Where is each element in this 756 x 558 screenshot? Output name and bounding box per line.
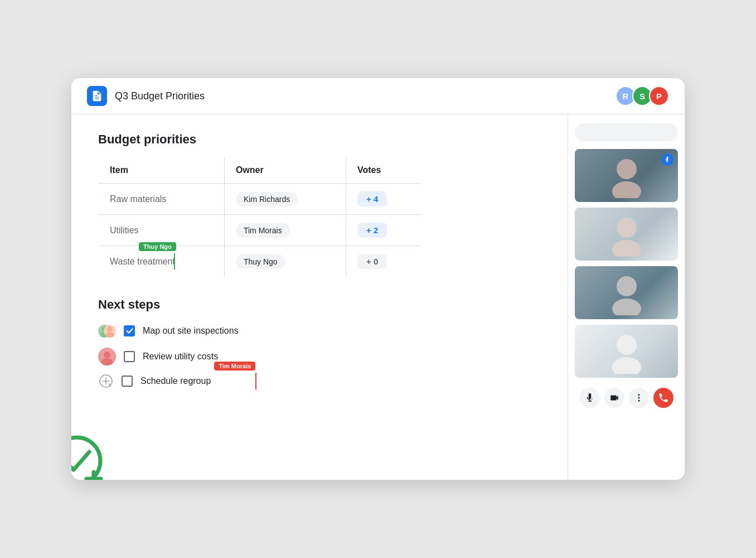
cursor-tooltip-thuy: Thuy Ngo — [139, 242, 176, 251]
check-plus-icon — [71, 427, 110, 480]
task-item-1: Map out site inspections — [98, 322, 541, 340]
video-thumb-3 — [575, 266, 678, 319]
main-content: Budget priorities Item Owner Votes Raw m… — [71, 114, 685, 480]
task-avatar-multi — [98, 322, 116, 340]
owner-waste: Thuy Ngo — [224, 246, 346, 277]
face-4-placeholder — [575, 325, 678, 378]
mic-svg-icon — [664, 156, 671, 163]
bottom-check-area — [71, 427, 110, 480]
header-avatars: R S P — [616, 86, 669, 106]
more-button[interactable] — [629, 388, 649, 408]
avatar-person-icon — [98, 348, 116, 365]
face-3-placeholder — [575, 266, 678, 319]
owner-utilities: Tim Morais — [224, 215, 346, 246]
votes-waste: + 0 — [346, 246, 421, 277]
face-svg-2 — [610, 212, 643, 257]
mic-button[interactable] — [580, 388, 600, 408]
svg-point-15 — [612, 299, 641, 315]
end-call-icon — [658, 392, 669, 403]
cursor-line-tim — [255, 373, 256, 389]
camera-icon — [609, 393, 619, 403]
task-label-1: Map out site inspections — [143, 326, 239, 336]
svg-point-5 — [105, 332, 114, 338]
task-label-3: Schedule regroup Tim Morais — [140, 376, 211, 386]
budget-section: Budget priorities Item Owner Votes Raw m… — [98, 132, 541, 277]
avatar-p[interactable]: P — [649, 86, 669, 106]
svg-point-13 — [612, 240, 641, 257]
face-svg-1 — [610, 153, 643, 198]
item-utilities: Utilities — [99, 215, 225, 246]
next-steps-section: Next steps — [98, 297, 541, 389]
cursor-line-thuy — [174, 253, 175, 270]
app-window: Q3 Budget Priorities R S P Budget priori… — [71, 78, 685, 480]
table-row: Utilities Tim Morais + 2 — [99, 215, 421, 246]
doc-svg-icon — [91, 90, 103, 102]
votes-raw: + 4 — [346, 184, 421, 215]
task-item-2: Review utility costs — [98, 348, 541, 365]
budget-title: Budget priorities — [98, 132, 541, 147]
doc-area: Budget priorities Item Owner Votes Raw m… — [71, 114, 568, 480]
col-item: Item — [99, 157, 225, 184]
budget-table: Item Owner Votes Raw materials Kim Richa… — [98, 157, 421, 277]
video-thumb-1 — [575, 149, 678, 202]
col-votes: Votes — [346, 157, 421, 184]
owner-raw: Kim Richards — [224, 184, 346, 215]
svg-point-20 — [638, 400, 639, 402]
add-task-icon[interactable] — [98, 373, 114, 389]
page-title: Q3 Budget Priorities — [115, 90, 205, 102]
svg-point-4 — [107, 326, 113, 332]
table-row: Waste treatment Thuy Ngo Thuy Ngo + 0 — [99, 246, 421, 277]
task-item-3: Schedule regroup Tim Morais — [98, 373, 541, 389]
video-mic-icon — [661, 153, 673, 166]
video-thumb-4 — [575, 325, 678, 378]
svg-point-12 — [617, 218, 637, 238]
face-svg-3 — [610, 271, 643, 315]
item-waste: Waste treatment Thuy Ngo — [99, 246, 225, 277]
item-raw-materials: Raw materials — [99, 184, 225, 215]
video-controls — [575, 388, 678, 408]
svg-point-7 — [104, 352, 110, 358]
header-left: Q3 Budget Priorities — [87, 86, 205, 106]
checkbox-2[interactable] — [124, 351, 135, 362]
svg-point-17 — [612, 357, 641, 374]
face-2-placeholder — [575, 208, 678, 261]
svg-point-14 — [617, 276, 637, 296]
task-avatar-2 — [98, 348, 116, 365]
checkbox-3[interactable] — [122, 376, 133, 387]
task-list: Map out site inspections Review uti — [98, 322, 541, 389]
checkmark-icon — [126, 328, 133, 334]
svg-point-18 — [638, 394, 639, 396]
face-svg-4 — [610, 329, 643, 374]
svg-point-16 — [617, 335, 637, 355]
task-label-2: Review utility costs — [143, 352, 218, 362]
svg-point-19 — [638, 397, 639, 399]
video-thumb-2 — [575, 208, 678, 261]
video-search-bar — [575, 123, 678, 141]
camera-button[interactable] — [604, 388, 624, 408]
svg-point-10 — [617, 159, 637, 179]
svg-point-11 — [612, 181, 641, 198]
microphone-icon — [585, 393, 595, 403]
col-owner: Owner — [224, 157, 346, 184]
next-steps-title: Next steps — [98, 297, 541, 312]
task-add-svg-icon — [99, 374, 113, 388]
end-call-button[interactable] — [653, 388, 673, 408]
more-dots-icon — [634, 393, 644, 403]
multi-avatar-icon — [98, 322, 116, 340]
video-panel — [568, 114, 685, 480]
checkbox-1[interactable] — [124, 325, 135, 336]
votes-utilities: + 2 — [346, 215, 421, 246]
table-row: Raw materials Kim Richards + 4 — [99, 184, 421, 215]
doc-icon — [87, 86, 107, 106]
header: Q3 Budget Priorities R S P — [71, 78, 685, 114]
cursor-tooltip-tim: Tim Morais — [214, 362, 255, 371]
